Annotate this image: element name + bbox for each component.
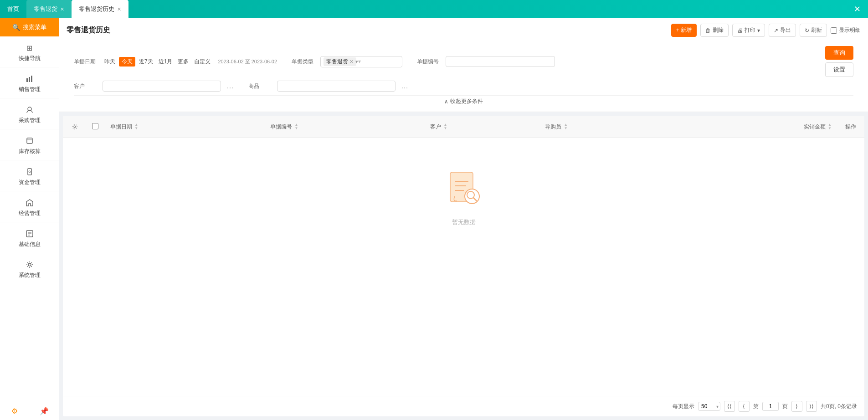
sidebar-settings-btn[interactable]: ⚙ [0,402,30,420]
doc-no-sort[interactable]: ▲▼ [294,123,298,130]
doctype-label: 单据类型 [292,58,317,66]
window-close-btn[interactable]: ✕ [854,4,861,14]
sidebar-item-basic-label: 基础信息 [19,241,41,248]
delete-icon: 🗑 [705,27,711,34]
new-btn[interactable]: + 新增 [671,24,697,37]
customer-label: 客户 [74,82,99,90]
date-opt-custom[interactable]: 自定义 [192,57,212,66]
next-page-btn[interactable]: ⟩ [791,401,802,412]
th-doc-no: 单据编号 ▲▼ [265,116,425,138]
column-settings-btn[interactable] [68,120,81,133]
th-settings [63,116,87,138]
show-detail-checkbox[interactable] [831,27,837,34]
empty-state: 暂无数据 [63,138,864,254]
page-title: 零售退货历史 [67,26,110,35]
th-amount-label: 实销金额 [804,123,826,130]
sidebar-item-sales-label: 销售管理 [19,86,41,93]
sidebar-item-sys-mgmt[interactable]: 系统管理 [0,253,59,284]
sidebar-pin-btn[interactable]: 📌 [30,402,59,420]
doctype-tag-value: 零售退货 [326,58,348,66]
table-header: 单据日期 ▲▼ 单据编号 ▲▼ 客户 ▲▼ [63,116,864,138]
filter-group-date: 单据日期 昨天 今天 近7天 近1月 更多 自定义 2023-06-02 至 2… [74,57,277,67]
th-checkbox [87,116,105,138]
customer-sort[interactable]: ▲▼ [443,123,447,130]
sidebar-search-btn[interactable]: 🔍 搜索菜单 [0,18,59,36]
sidebar-item-finance-mgmt[interactable]: 资金管理 [0,160,59,191]
export-btn[interactable]: ↗ 导出 [769,24,796,37]
tab-retail-return[interactable]: 零售退货 ✕ [26,0,72,18]
toolbar: + 新增 🗑 删除 🖨 打印 ▾ ↗ 导出 ↻ [671,24,861,37]
sys-mgmt-icon [25,260,35,270]
th-customer-label: 客户 [430,123,441,130]
date-opt-last7[interactable]: 近7天 [137,57,155,66]
filter-group-doctype: 单据类型 零售退货 ✕ ▾ [292,56,402,67]
filter-settings-btn[interactable]: 设置 [825,62,853,77]
tab-retail-return-history[interactable]: 零售退货历史 ✕ [72,0,128,18]
refresh-btn[interactable]: ↻ 刷新 [800,24,827,37]
doctype-dropdown[interactable]: ▾ [358,58,361,65]
sidebar-item-quick-nav[interactable]: ⊞ 快捷导航 [0,36,59,67]
main-layout: 🔍 搜索菜单 ⊞ 快捷导航 销售管理 采购管理 [0,18,868,420]
amount-sort[interactable]: ▲▼ [828,123,832,130]
date-opt-last1m[interactable]: 近1月 [157,57,175,66]
date-opt-more[interactable]: 更多 [176,57,190,66]
doctype-tag-close[interactable]: ✕ [349,59,354,65]
print-icon: 🖨 [737,27,743,34]
doctype-chevron: ▾ [358,58,361,65]
svg-rect-5 [28,169,31,175]
goods-input[interactable] [277,81,395,92]
date-opt-yesterday[interactable]: 昨天 [103,57,117,66]
per-page-wrap: 20 50 100 [698,402,720,411]
empty-text: 暂无数据 [452,218,476,226]
customer-search-dots[interactable]: … [226,82,234,90]
select-all-checkbox[interactable] [92,123,98,129]
export-icon: ↗ [774,27,778,34]
query-btn[interactable]: 查询 [825,46,853,60]
gear-icon: ⚙ [11,407,18,415]
tab-retail-return-history-label: 零售退货历史 [79,5,114,13]
guide-sort[interactable]: ▲▼ [564,123,568,130]
sidebar-search-label: 搜索菜单 [23,23,46,31]
show-detail-toggle[interactable]: 显示明细 [831,26,861,34]
th-doc-no-label: 单据编号 [270,123,292,130]
doctype-tag-area[interactable]: 零售退货 ✕ ▾ [320,56,402,67]
tab-retail-return-close[interactable]: ✕ [60,6,64,12]
doc-date-sort[interactable]: ▲▼ [134,123,138,130]
svg-rect-4 [27,138,32,143]
page-input[interactable] [762,402,779,411]
query-settings-btns: 查询 设置 [825,46,853,77]
doctype-tag: 零售退货 ✕ [324,57,356,66]
sidebar-item-sales-mgmt[interactable]: 销售管理 [0,67,59,98]
sidebar-item-basic-info[interactable]: 基础信息 [0,222,59,253]
th-amount: 实销金额 ▲▼ [677,116,837,138]
sidebar-item-ops-mgmt[interactable]: 经营管理 [0,191,59,222]
tab-home[interactable]: 首页 [0,0,26,18]
goods-label: 商品 [248,82,273,90]
prev-page-btn[interactable]: ⟨ [739,401,750,412]
page-title-row: 零售退货历史 + 新增 🗑 删除 🖨 打印 ▾ ↗ 导出 [67,24,861,37]
sidebar-bottom: ⚙ 📌 [0,402,59,420]
goods-search-dots[interactable]: … [401,82,408,90]
sidebar-item-inventory-calc[interactable]: 库存核算 [0,129,59,160]
page-suffix: 页 [782,403,788,410]
th-guide-label: 导购员 [545,123,561,130]
tab-retail-return-history-close[interactable]: ✕ [117,6,121,12]
basic-info-icon [25,229,35,239]
sidebar-item-sys-label: 系统管理 [19,271,41,279]
print-btn[interactable]: 🖨 打印 ▾ [732,24,765,37]
date-filter-label: 单据日期 [74,58,99,66]
filter-group-customer: 客户 … [74,81,234,92]
date-opt-today[interactable]: 今天 [119,57,135,67]
last-page-btn[interactable]: ⟩⟩ [806,401,817,412]
sidebar-item-purchase-mgmt[interactable]: 采购管理 [0,98,59,129]
purchase-mgmt-icon [25,105,35,115]
delete-btn[interactable]: 🗑 删除 [700,24,729,37]
first-page-btn[interactable]: ⟨⟨ [724,401,735,412]
empty-icon [441,165,487,211]
per-page-select[interactable]: 20 50 100 [698,402,720,411]
customer-input[interactable] [103,81,221,92]
sidebar-item-quick-nav-label: 快捷导航 [19,55,41,62]
th-guide: 导购员 ▲▼ [539,116,677,138]
collapse-btn[interactable]: ∧ 收起更多条件 [74,95,853,107]
docno-input[interactable] [446,56,555,67]
